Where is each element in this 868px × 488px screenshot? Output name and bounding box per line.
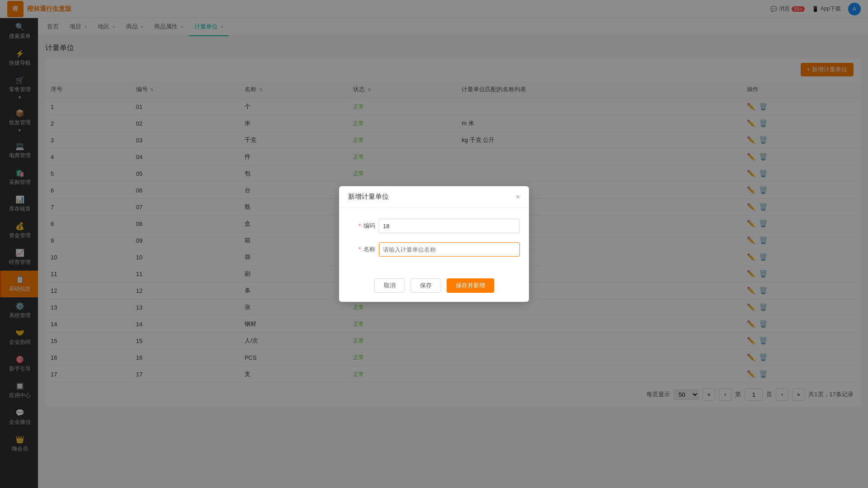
name-form-item: * 名称 [348,242,520,257]
modal-header: 新增计量单位 × [339,186,529,208]
cancel-button[interactable]: 取消 [374,278,405,293]
add-unit-modal: 新增计量单位 × * 编码 * 名称 取消 保存 保存并新增 [339,186,529,302]
name-input[interactable] [379,242,520,257]
name-label: * 名称 [348,245,375,253]
code-label: * 编码 [348,222,375,230]
save-button[interactable]: 保存 [410,278,441,293]
save-and-new-button[interactable]: 保存并新增 [447,278,494,293]
code-input[interactable] [379,219,520,233]
modal-footer: 取消 保存 保存并新增 [339,273,529,302]
modal-close-button[interactable]: × [516,193,520,201]
code-form-item: * 编码 [348,219,520,233]
modal-title: 新增计量单位 [348,192,389,201]
name-required-mark: * [359,246,361,253]
modal-overlay[interactable]: 新增计量单位 × * 编码 * 名称 取消 保存 保存并新增 [0,0,868,488]
modal-body: * 编码 * 名称 [339,208,529,273]
code-required-mark: * [359,222,361,229]
